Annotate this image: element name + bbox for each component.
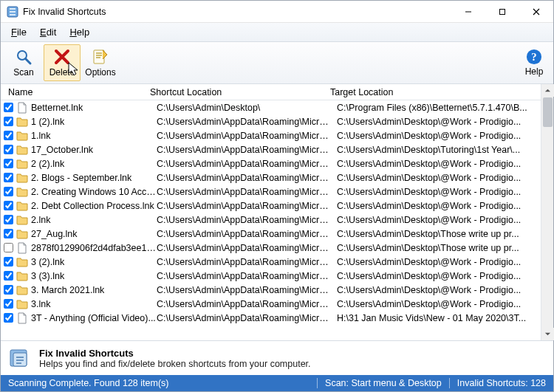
table-row[interactable]: 17_October.lnkC:\Users\Admin\AppData\Roa… bbox=[1, 142, 541, 157]
status-scan-result: Scanning Complete. Found 128 item(s) bbox=[1, 375, 176, 391]
options-label: Options bbox=[85, 67, 115, 78]
help-label: Help bbox=[525, 66, 544, 77]
table-row[interactable]: 3 (2).lnkC:\Users\Admin\AppData\Roaming\… bbox=[1, 255, 541, 269]
row-name: Betternet.lnk bbox=[31, 103, 157, 113]
row-name: 2. Creating Windows 10 Acco... bbox=[31, 187, 157, 197]
table-row[interactable]: 2. Debt Collection Process.lnkC:\Users\A… bbox=[1, 199, 541, 213]
row-location: C:\Users\Admin\AppData\Roaming\Micros... bbox=[157, 201, 337, 211]
row-location: C:\Users\Admin\AppData\Roaming\Micros... bbox=[157, 243, 337, 253]
row-name: 17_October.lnk bbox=[31, 145, 157, 155]
row-checkbox[interactable] bbox=[4, 117, 13, 126]
status-scan-scope: Scan: Start menu & Desktop bbox=[318, 375, 449, 391]
row-checkbox[interactable] bbox=[4, 159, 13, 168]
col-name[interactable]: Name bbox=[4, 87, 146, 97]
row-checkbox[interactable] bbox=[4, 103, 13, 112]
options-icon bbox=[92, 48, 109, 66]
row-name: 27_Aug.lnk bbox=[31, 229, 157, 239]
folder-icon bbox=[16, 270, 28, 282]
row-checkbox[interactable] bbox=[4, 257, 13, 267]
row-target: C:\Users\Admin\Desktop\@Work - Prodigio.… bbox=[337, 201, 541, 211]
row-checkbox[interactable] bbox=[4, 145, 13, 154]
folder-icon bbox=[16, 214, 28, 226]
col-location[interactable]: Shortcut Location bbox=[146, 87, 326, 97]
row-checkbox[interactable] bbox=[4, 187, 13, 196]
row-location: C:\Users\Admin\AppData\Roaming\Micros... bbox=[157, 299, 337, 309]
scroll-up-arrow[interactable] bbox=[541, 84, 554, 97]
row-checkbox[interactable] bbox=[4, 243, 13, 252]
row-target: C:\Users\Admin\Desktop\@Work - Prodigio.… bbox=[337, 173, 541, 183]
row-name: 1 (2).lnk bbox=[31, 117, 157, 127]
row-target: C:\Users\Admin\Desktop\@Work - Prodigio.… bbox=[337, 117, 541, 127]
help-button[interactable]: ? Help bbox=[519, 44, 549, 81]
delete-button[interactable]: Delete bbox=[44, 44, 81, 81]
row-location: C:\Users\Admin\AppData\Roaming\Micros... bbox=[157, 229, 337, 239]
close-button[interactable] bbox=[519, 1, 553, 23]
delete-x-icon bbox=[53, 48, 71, 66]
table-row[interactable]: 2. Blogs - September.lnkC:\Users\Admin\A… bbox=[1, 171, 541, 185]
folder-icon bbox=[16, 144, 28, 156]
table-row[interactable]: 2. Creating Windows 10 Acco...C:\Users\A… bbox=[1, 185, 541, 199]
row-target: H:\31 Jan Music Vids\New - 01 May 2020\3… bbox=[337, 313, 541, 323]
file-icon bbox=[16, 312, 28, 324]
row-checkbox[interactable] bbox=[4, 229, 13, 238]
row-name: 3.lnk bbox=[31, 299, 157, 309]
row-checkbox[interactable] bbox=[4, 271, 13, 281]
table-row[interactable]: 3. March 2021.lnkC:\Users\Admin\AppData\… bbox=[1, 283, 541, 297]
row-name: 2.lnk bbox=[31, 215, 157, 225]
row-checkbox[interactable] bbox=[4, 215, 13, 224]
svg-rect-1 bbox=[500, 9, 505, 14]
folder-icon bbox=[16, 200, 28, 212]
menubar: File Edit Help bbox=[1, 23, 553, 42]
menu-file[interactable]: File bbox=[5, 25, 33, 39]
folder-icon bbox=[16, 172, 28, 184]
row-name: 2. Debt Collection Process.lnk bbox=[31, 201, 157, 211]
row-checkbox[interactable] bbox=[4, 131, 13, 140]
col-target[interactable]: Target Location bbox=[326, 87, 541, 97]
svg-text:?: ? bbox=[531, 51, 536, 63]
row-location: C:\Users\Admin\AppData\Roaming\Micros... bbox=[157, 313, 337, 323]
row-checkbox[interactable] bbox=[4, 313, 13, 323]
status-invalid-count: Invalid Shortcuts: 128 bbox=[450, 375, 553, 391]
svg-rect-3 bbox=[94, 50, 104, 63]
table-row[interactable]: 1.lnkC:\Users\Admin\AppData\Roaming\Micr… bbox=[1, 128, 541, 142]
rows-container: Betternet.lnkC:\Users\Admin\Desktop\C:\P… bbox=[1, 100, 541, 340]
row-checkbox[interactable] bbox=[4, 299, 13, 309]
scrollbar-thumb[interactable] bbox=[543, 97, 553, 127]
info-panel-icon bbox=[8, 346, 32, 370]
row-target: C:\Users\Admin\Desktop\@Work - Prodigio.… bbox=[337, 131, 541, 141]
table-row[interactable]: 2878f0129906f2d4dfab3ee19...C:\Users\Adm… bbox=[1, 241, 541, 255]
table-row[interactable]: 3 (3).lnkC:\Users\Admin\AppData\Roaming\… bbox=[1, 269, 541, 283]
table-row[interactable]: 2.lnkC:\Users\Admin\AppData\Roaming\Micr… bbox=[1, 213, 541, 227]
scroll-down-arrow[interactable] bbox=[541, 328, 554, 340]
table-row[interactable]: Betternet.lnkC:\Users\Admin\Desktop\C:\P… bbox=[1, 100, 541, 114]
options-button[interactable]: Options bbox=[82, 44, 119, 81]
vertical-scrollbar[interactable] bbox=[541, 84, 553, 340]
maximize-button[interactable] bbox=[485, 1, 519, 23]
menu-help[interactable]: Help bbox=[64, 25, 95, 39]
app-icon bbox=[7, 6, 18, 18]
minimize-button[interactable] bbox=[451, 1, 485, 23]
row-target: C:\Program Files (x86)\Betternet\5.7.1.4… bbox=[337, 103, 541, 113]
folder-icon bbox=[16, 186, 28, 198]
app-window: Fix Invalid Shortcuts File Edit Help Sca… bbox=[0, 0, 554, 392]
table-row[interactable]: 3.lnkC:\Users\Admin\AppData\Roaming\Micr… bbox=[1, 297, 541, 311]
table-row[interactable]: 27_Aug.lnkC:\Users\Admin\AppData\Roaming… bbox=[1, 227, 541, 241]
row-name: 1.lnk bbox=[31, 131, 157, 141]
row-location: C:\Users\Admin\AppData\Roaming\Micros... bbox=[157, 285, 337, 295]
row-checkbox[interactable] bbox=[4, 173, 13, 182]
row-target: C:\Users\Admin\Desktop\@Work - Prodigio.… bbox=[337, 215, 541, 225]
folder-icon bbox=[16, 298, 28, 310]
row-location: C:\Users\Admin\AppData\Roaming\Micros... bbox=[157, 271, 337, 281]
scan-button[interactable]: Scan bbox=[5, 44, 42, 81]
folder-icon bbox=[16, 158, 28, 170]
menu-edit[interactable]: Edit bbox=[34, 25, 62, 39]
row-location: C:\Users\Admin\Desktop\ bbox=[157, 103, 337, 113]
row-checkbox[interactable] bbox=[4, 201, 13, 210]
row-checkbox[interactable] bbox=[4, 285, 13, 295]
table-row[interactable]: 1 (2).lnkC:\Users\Admin\AppData\Roaming\… bbox=[1, 114, 541, 128]
row-target: C:\Users\Admin\Desktop\Those write up pr… bbox=[337, 229, 541, 239]
table-row[interactable]: 2 (2).lnkC:\Users\Admin\AppData\Roaming\… bbox=[1, 157, 541, 171]
statusbar: Scanning Complete. Found 128 item(s) Sca… bbox=[1, 375, 553, 391]
help-icon: ? bbox=[526, 49, 542, 65]
table-row[interactable]: 3T - Anything (Official Video)...C:\User… bbox=[1, 311, 541, 325]
